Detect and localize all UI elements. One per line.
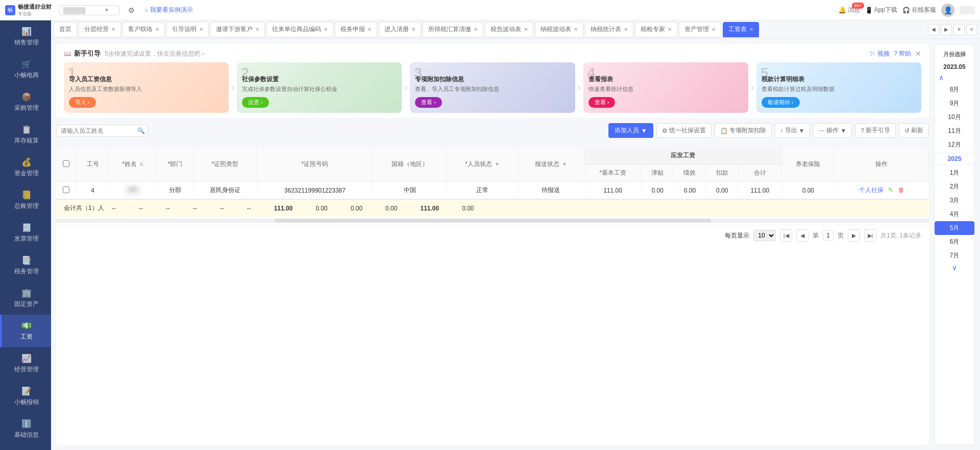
tab-tax-stats[interactable]: 纳税统计表 ✕: [585, 22, 633, 37]
tab-asset-mgmt[interactable]: 资产管理 ✕: [679, 22, 721, 37]
sidebar-item-expense[interactable]: 📝 小畅报销: [0, 380, 51, 413]
month-item-10[interactable]: 10月: [935, 110, 974, 124]
sidebar-item-ecommerce[interactable]: 🛒 小畅电商: [0, 53, 51, 86]
step-action-btn-4[interactable]: 查看 ›: [589, 97, 616, 108]
tab-tax-report[interactable]: 税务申报 ✕: [335, 22, 377, 37]
tab-close-icon[interactable]: ✕: [668, 27, 672, 32]
tab-next-button[interactable]: ▶: [941, 24, 952, 35]
tab-close-icon[interactable]: ✕: [255, 27, 259, 32]
month-item-1[interactable]: 1月: [935, 166, 974, 180]
notification-button[interactable]: 🔔 消息 99+: [838, 6, 860, 14]
tab-more-button[interactable]: ≡: [966, 24, 977, 35]
tab-close-icon[interactable]: ✕: [411, 27, 415, 32]
guide-close-button[interactable]: ✕: [915, 50, 921, 58]
tab-home[interactable]: 首页: [54, 22, 77, 37]
sidebar-item-purchase[interactable]: 📦 采购管理: [0, 86, 51, 119]
tab-close-icon[interactable]: ✕: [574, 27, 578, 32]
sidebar-item-assets[interactable]: 🏢 固定资产: [0, 282, 51, 315]
guide-button[interactable]: ? 新手引导: [855, 123, 896, 138]
tab-guide-desc[interactable]: 引导说明 ✕: [166, 22, 209, 37]
unified-settings-button[interactable]: ⚙ 统一社保设置: [656, 123, 712, 138]
tab-prev-button[interactable]: ◀: [928, 24, 939, 35]
demo-button[interactable]: ○ 我要看实例演示: [142, 6, 193, 14]
name-sort-icon[interactable]: ⇅: [139, 161, 143, 167]
tab-layered[interactable]: 分层经营 ✕: [79, 22, 121, 37]
video-help-link[interactable]: ▷ 视频: [870, 50, 890, 58]
search-input[interactable]: [61, 127, 137, 134]
month-item-12[interactable]: 12月: [935, 138, 974, 152]
account-selector[interactable]: ▓▓▓▓▓ ▼: [59, 5, 120, 15]
page-size-select[interactable]: 10 20 50: [753, 230, 776, 241]
tab-close-icon[interactable]: ✕: [111, 27, 115, 32]
step-action-btn-1[interactable]: 导入 ›: [69, 97, 96, 108]
sidebar-item-invoice[interactable]: 🧾 发票管理: [0, 217, 51, 249]
row-checkbox[interactable]: [63, 186, 69, 193]
tab-close-icon[interactable]: ✕: [749, 27, 753, 32]
tab-close-icon[interactable]: ✕: [199, 27, 203, 32]
sidebar-item-sales[interactable]: 📊 销售管理: [0, 20, 51, 53]
sidebar-item-operations[interactable]: 📈 经营管理: [0, 347, 51, 380]
add-employee-button[interactable]: 添加人员 ▼: [608, 123, 653, 138]
scrollbar-thumb[interactable]: [275, 219, 711, 223]
tab-income-tax[interactable]: 所得税汇算清缴 ✕: [423, 22, 483, 37]
status-filter-icon[interactable]: ▼: [495, 161, 500, 167]
tab-close-icon[interactable]: ✕: [474, 27, 478, 32]
month-prev-button[interactable]: ∧: [939, 74, 944, 82]
delete-link[interactable]: 🗑: [898, 186, 904, 194]
sidebar-item-tax[interactable]: 📑 税务管理: [0, 249, 51, 282]
edit-link[interactable]: ✎: [888, 186, 893, 194]
tab-close-icon[interactable]: ✕: [324, 27, 328, 32]
sidebar-item-basic-info[interactable]: ℹ️ 基础信息: [0, 413, 51, 445]
tab-client[interactable]: 客户联络 ✕: [122, 22, 165, 37]
special-deduction-button[interactable]: 📋 专项附加扣除: [715, 123, 772, 138]
refresh-button[interactable]: ↺ 刷新: [899, 123, 929, 138]
month-item-11[interactable]: 11月: [935, 124, 974, 138]
month-item-7[interactable]: 7月: [935, 249, 974, 263]
tab-invite[interactable]: 邀请下游客户 ✕: [210, 22, 265, 37]
month-item-9[interactable]: 9月: [935, 97, 974, 110]
help-link[interactable]: ? 帮助: [894, 50, 911, 58]
tab-close-icon[interactable]: ✕: [155, 27, 159, 32]
last-page-button[interactable]: ▶|: [864, 229, 876, 242]
online-service-button[interactable]: 🎧 在线客服: [902, 6, 936, 14]
next-page-button[interactable]: ▶: [848, 229, 860, 242]
tab-tax-expert[interactable]: 税检专家 ✕: [635, 22, 677, 37]
settings-gear-icon[interactable]: ⚙: [124, 3, 138, 17]
tab-close-all-button[interactable]: ✕: [953, 24, 965, 35]
month-item-8[interactable]: 8月: [935, 83, 974, 97]
month-item-3[interactable]: 3月: [935, 194, 974, 207]
tab-item-codes[interactable]: 往来单位商品编码 ✕: [266, 22, 333, 37]
step-action-btn-2[interactable]: 设置 ›: [242, 97, 269, 108]
tab-close-icon[interactable]: ✕: [624, 27, 628, 32]
report-filter-icon[interactable]: ▼: [562, 161, 567, 167]
horizontal-scrollbar[interactable]: [56, 219, 929, 223]
export-button[interactable]: ↑ 导出 ▼: [775, 123, 811, 138]
sidebar-item-ledger[interactable]: 📒 总账管理: [0, 184, 51, 217]
sidebar-item-payroll[interactable]: 💵 工资: [0, 315, 51, 347]
personal-insurance-link[interactable]: 个人社保: [859, 186, 884, 194]
user-avatar[interactable]: 👤: [941, 4, 954, 17]
select-all-checkbox[interactable]: [63, 160, 69, 167]
tab-close-icon[interactable]: ✕: [524, 27, 528, 32]
tab-close-icon[interactable]: ✕: [712, 27, 716, 32]
month-item-4[interactable]: 4月: [935, 207, 974, 221]
operations-button[interactable]: ⋯ 操作 ▼: [813, 123, 852, 138]
sidebar-item-inventory[interactable]: 📋 库存核算: [0, 119, 51, 151]
month-item-2[interactable]: 2月: [935, 180, 974, 194]
first-page-button[interactable]: |◀: [780, 229, 792, 242]
month-item-5[interactable]: 5月: [935, 221, 974, 235]
step-action-btn-3[interactable]: 查看 ›: [415, 97, 442, 108]
tab-tax-burden[interactable]: 税负波动表 ✕: [485, 22, 533, 37]
tab-clearance[interactable]: 进入清册 ✕: [379, 22, 421, 37]
step-action-btn-5[interactable]: 敬请期待 ›: [762, 97, 800, 108]
tab-tax-wave[interactable]: 纳税波动表 ✕: [535, 22, 583, 37]
app-download-button[interactable]: 📱 App下载: [865, 6, 897, 14]
search-magnifier-icon[interactable]: 🔍: [137, 127, 145, 134]
sidebar-item-finance[interactable]: 💰 资金管理: [0, 151, 51, 184]
tab-payroll[interactable]: 工资表 ✕: [723, 22, 759, 37]
sidebar-item-system[interactable]: ⚙️ 系统管理: [0, 445, 51, 450]
month-item-6[interactable]: 6月: [935, 235, 974, 249]
prev-page-button[interactable]: ◀: [796, 229, 808, 242]
tab-close-icon[interactable]: ✕: [368, 27, 372, 32]
month-next-button[interactable]: ∨: [952, 264, 957, 272]
